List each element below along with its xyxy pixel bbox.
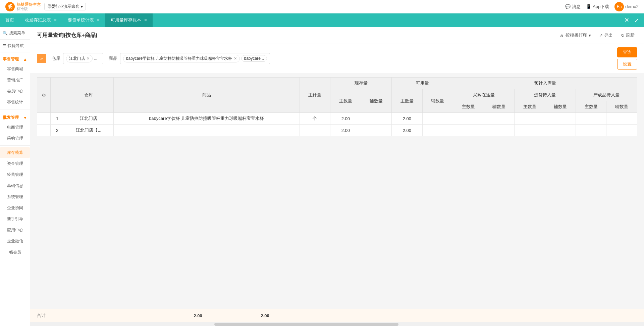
sidebar-divider-2: [0, 145, 30, 146]
col-purchase-aux: [484, 113, 514, 125]
col-stock-main: 2.00: [330, 125, 361, 136]
logo-text: 畅捷通好生意 标准版: [17, 2, 41, 11]
stock-main-header: 主数量: [330, 89, 361, 113]
user-menu[interactable]: Ea demo2: [614, 2, 639, 11]
sidebar-item-purchase[interactable]: 采购管理: [3, 133, 27, 144]
expand-icon[interactable]: ⤢: [632, 13, 641, 27]
table-row: 1 江北门店 babycare学饮杯 儿童防摔防撞吸管杯重力球吸嘴杯宝宝水杯 个…: [37, 113, 637, 125]
sidebar-item-retail-mall[interactable]: 零售商城: [3, 63, 27, 75]
refresh-icon: ↻: [621, 33, 625, 38]
close-tab-2[interactable]: ✕: [97, 18, 100, 22]
col-incoming-aux: [545, 125, 576, 136]
col-production-main: [576, 125, 606, 136]
sidebar-item-operations[interactable]: 经营管理: [0, 169, 30, 180]
close-tab-3[interactable]: ✕: [144, 18, 147, 22]
sidebar-section-retail-header[interactable]: 零售管理 ▲: [3, 55, 27, 63]
sidebar-item-guide[interactable]: 新手引导: [0, 214, 30, 225]
tab-receive-summary[interactable]: 收发存汇总表 ✕: [19, 13, 62, 27]
nav-tabs: 首页 收发存汇总表 ✕ 要货单统计表 ✕ 可用量库存账本 ✕ ✕ ⤢: [0, 13, 644, 27]
sidebar-item-member[interactable]: 畅会员: [0, 247, 30, 258]
refresh-button[interactable]: ↻ 刷新: [618, 31, 637, 40]
top-bar-right: 💬 消息 📱 App下载 Ea demo2: [565, 2, 639, 11]
sidebar-item-basic-info[interactable]: 基础信息: [0, 180, 30, 191]
product-input[interactable]: babycare学饮杯 儿童防摔防撞吸管杯重力球吸嘴杯宝宝水杯 ✕ babyca…: [120, 53, 270, 64]
sidebar-item-enterprise[interactable]: 企业协同: [0, 202, 30, 214]
sidebar-search[interactable]: 🔍 搜索菜单: [0, 27, 30, 40]
sidebar-item-wechat[interactable]: 企业微信: [0, 236, 30, 247]
sidebar-item-app-center[interactable]: 应用中心: [0, 225, 30, 236]
incoming-group-header: 进货待入量: [515, 89, 576, 101]
remove-warehouse-tag[interactable]: ✕: [87, 56, 90, 61]
stock-aux-header: 辅数量: [361, 89, 391, 113]
query-button[interactable]: 查询: [617, 47, 637, 57]
unit-col-header: 主计量: [300, 78, 330, 113]
product-filter: 商品 babycare学饮杯 儿童防摔防撞吸管杯重力球吸嘴杯宝宝水杯 ✕ bab…: [109, 53, 270, 64]
sidebar-section-retail: 零售管理 ▲ 零售商城 营销推广 会员中心 零售统计: [0, 52, 30, 108]
sidebar-item-marketing[interactable]: 营销推广: [3, 75, 27, 86]
avail-main-header: 主数量: [392, 89, 422, 113]
warehouse-filter: 仓库 江北门店 ✕ ...: [52, 53, 103, 64]
scrollbar-area[interactable]: [30, 322, 644, 326]
col-stock-main: 2.00: [330, 113, 361, 125]
sidebar-item-system[interactable]: 系统管理: [0, 191, 30, 202]
col-production-aux: [606, 125, 637, 136]
app-download-button[interactable]: 📱 App下载: [586, 4, 609, 10]
sidebar-item-members[interactable]: 会员中心: [3, 86, 27, 97]
incoming-main-header: 主数量: [515, 101, 545, 113]
chevron-down-icon: ▾: [81, 4, 83, 9]
sidebar-item-retail-stats[interactable]: 零售统计: [3, 97, 27, 108]
table-wrapper: ⚙ 仓库 商品 主计量 现存量 可用量 预计入库量 主数量 辅数量 主数量 辅数…: [30, 73, 644, 309]
col-index: 2: [51, 125, 64, 136]
col-incoming-main: [515, 125, 545, 136]
sidebar: 🔍 搜索菜单 ☰ 快捷导航 零售管理 ▲ 零售商城 营销推广 会员中心 零售统计…: [0, 27, 30, 326]
col-purchase-main: [453, 113, 484, 125]
sidebar-section-wholesale-header[interactable]: 批发管理 ▼: [3, 113, 27, 122]
close-all-tabs[interactable]: ✕: [622, 13, 632, 27]
footer-values: 2.00 2.00: [77, 313, 285, 318]
close-tab-1[interactable]: ✕: [54, 18, 57, 22]
warehouse-input[interactable]: 江北门店 ✕ ...: [63, 53, 103, 64]
col-settings: [37, 113, 51, 125]
scrollbar-thumb[interactable]: [214, 323, 398, 326]
tab-available-inventory[interactable]: 可用量库存账本 ✕: [105, 13, 153, 27]
warehouse-tag: 江北门店 ✕: [66, 55, 93, 62]
content-area: 可用量查询(按仓库+商品) 🖨 按模板打印 ▾ ↗ 导出 ↻ 刷新 »: [30, 27, 644, 326]
export-button[interactable]: ↗ 导出: [596, 31, 615, 40]
export-icon: ↗: [599, 33, 603, 38]
sidebar-item-inventory[interactable]: 库存核算: [0, 147, 30, 158]
col-product: [113, 125, 300, 136]
table-row: 2 江北门店【... 2.00 2.00: [37, 125, 637, 136]
sidebar-section-wholesale: 批发管理 ▼ 电商管理 采购管理: [0, 111, 30, 144]
messages-button[interactable]: 💬 消息: [565, 4, 581, 10]
col-purchase-main: [453, 125, 484, 136]
sidebar-item-ecommerce[interactable]: 电商管理: [3, 122, 27, 133]
setting-button[interactable]: 设置: [617, 59, 637, 69]
account-selector[interactable]: 母婴行业演示账套 ▾: [44, 3, 86, 10]
col-production-aux: [606, 113, 637, 125]
sidebar-item-finance[interactable]: 资金管理: [0, 158, 30, 169]
tab-home[interactable]: 首页: [0, 13, 19, 27]
col-production-main: [576, 113, 606, 125]
footer-avail-main: 2.00: [245, 313, 285, 318]
page-header: 可用量查询(按仓库+商品) 🖨 按模板打印 ▾ ↗ 导出 ↻ 刷新: [30, 27, 644, 44]
stock-group-header: 现存量: [330, 78, 392, 89]
main-layout: 🔍 搜索菜单 ☰ 快捷导航 零售管理 ▲ 零售商城 营销推广 会员中心 零售统计…: [0, 27, 644, 326]
print-icon: 🖨: [560, 33, 564, 38]
col-avail-aux: [422, 125, 453, 136]
col-product: babycare学饮杯 儿童防摔防撞吸管杯重力球吸嘴杯宝宝水杯: [113, 113, 300, 125]
available-group-header: 可用量: [392, 78, 453, 89]
print-button[interactable]: 🖨 按模板打印 ▾: [557, 31, 594, 40]
filter-toggle-button[interactable]: »: [37, 54, 46, 63]
more-options[interactable]: ...: [94, 56, 97, 61]
col-stock-aux: [361, 125, 391, 136]
col-warehouse: 江北门店【...: [64, 125, 114, 136]
incoming-aux-header: 辅数量: [545, 101, 576, 113]
filter-bar: » 仓库 江北门店 ✕ ... 商品 babycare学饮杯 儿童防摔防撞吸管杯…: [30, 44, 644, 73]
product-tag-1: babycare学饮杯 儿童防摔防撞吸管杯重力球吸嘴杯宝宝水杯 ✕: [123, 55, 240, 62]
sidebar-quick-nav[interactable]: ☰ 快捷导航: [0, 40, 30, 52]
footer-stock-main: 2.00: [178, 313, 218, 318]
settings-col-header[interactable]: ⚙: [37, 78, 51, 113]
remove-product-tag-1[interactable]: ✕: [234, 56, 237, 61]
tab-order-stats[interactable]: 要货单统计表 ✕: [62, 13, 105, 27]
col-purchase-aux: [484, 125, 514, 136]
